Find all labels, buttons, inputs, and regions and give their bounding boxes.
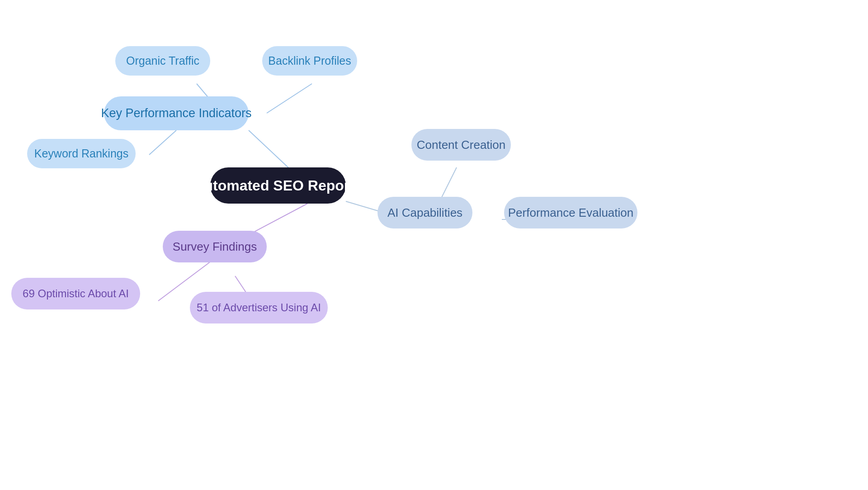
advertisers-ai-node: 51 of Advertisers Using AI (190, 292, 328, 323)
kpi-node: Key Performance Indicators (104, 96, 249, 130)
optimistic-ai-node: 69 Optimistic About AI (11, 278, 140, 309)
ai-capabilities-node: AI Capabilities (377, 197, 472, 228)
backlink-profiles-node: Backlink Profiles (262, 46, 357, 76)
svg-line-2 (267, 84, 312, 113)
survey-findings-node: Survey Findings (163, 231, 267, 262)
organic-traffic-node: Organic Traffic (115, 46, 210, 76)
content-creation-node: Content Creation (411, 129, 511, 161)
center-node: Automated SEO Reports (210, 167, 346, 204)
performance-evaluation-node: Performance Evaluation (504, 197, 637, 228)
keyword-rankings-node: Keyword Rankings (27, 139, 136, 168)
svg-line-3 (149, 130, 176, 155)
